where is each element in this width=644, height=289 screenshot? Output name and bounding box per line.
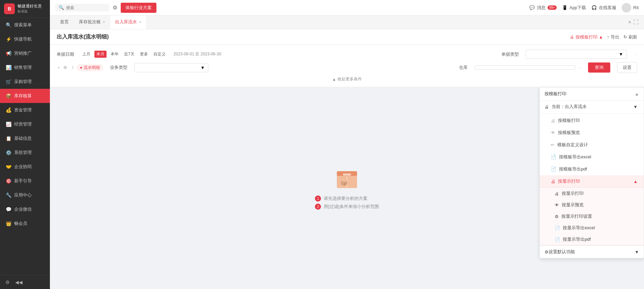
refresh-button[interactable]: ↻ 刷新	[623, 34, 637, 40]
filter-expand-btn[interactable]: 《	[70, 65, 74, 71]
date-tab-lastmonth[interactable]: 上月	[81, 51, 92, 58]
excel-icon-2: 📄	[555, 226, 560, 231]
add-filter-btn[interactable]: ＋	[57, 65, 61, 71]
user-profile[interactable]: Rit	[622, 3, 639, 12]
sidebar-item-label: 应用中心	[14, 192, 32, 198]
tab-flow[interactable]: 出入库流水 ×	[110, 16, 146, 29]
tab-batch[interactable]: 库存批次账 ×	[74, 16, 110, 29]
logo-icon: B	[4, 3, 15, 14]
type-filter-select[interactable]: ▼	[526, 50, 627, 59]
sidebar-item-marketing[interactable]: 📢 营销推广	[0, 46, 50, 60]
sidebar-item-search[interactable]: 🔍 搜索菜单	[0, 18, 50, 32]
sidebar-item-member[interactable]: 👑 畅会员	[0, 216, 50, 231]
marketing-icon: 📢	[5, 51, 11, 56]
search-input[interactable]	[66, 5, 107, 10]
current-print-icon: 🖨	[545, 104, 549, 109]
download-icon: 📱	[562, 5, 567, 10]
logo: B 畅捷通好生意 标准版	[0, 0, 50, 18]
customer-service-button[interactable]: 🎧 在线客服	[591, 5, 616, 11]
sidebar-item-label: 系统管理	[14, 150, 32, 156]
chevron-down-icon-footer: ▼	[635, 249, 639, 255]
sidebar-item-coop[interactable]: 🤝 企业协同	[0, 160, 50, 174]
messages-button[interactable]: 💬 消息 99+	[529, 5, 557, 11]
date-tab-thisyear[interactable]: 本年	[109, 51, 120, 58]
settings-footer-btn[interactable]: ⚙	[5, 280, 10, 285]
template-print-button[interactable]: 🖨 按模板打印 ▲	[570, 34, 603, 40]
empty-illustration: 📦	[333, 164, 360, 191]
close-all-tabs-button[interactable]: ×	[628, 19, 631, 25]
printer-icon: 🖨	[570, 34, 574, 40]
dropdown-template-custom[interactable]: ✏ 模板自定义设计	[540, 139, 644, 151]
sidebar-item-label: 销售管理	[14, 64, 32, 71]
sidebar-item-inventory[interactable]: 📦 库存核算	[0, 89, 50, 103]
date-tab-more[interactable]: 更多	[139, 51, 149, 58]
sidebar-item-label: 新手引导	[14, 178, 32, 184]
filter-settings-btn[interactable]: ⚙	[63, 65, 67, 70]
date-tab-7days[interactable]: 近7天	[123, 51, 136, 58]
sidebar-item-operations[interactable]: 📈 经营管理	[0, 117, 50, 131]
tab-flow-close[interactable]: ×	[139, 20, 141, 24]
date-tab-thismonth[interactable]: 本月	[94, 51, 107, 58]
message-icon: 💬	[529, 5, 535, 10]
sidebar-item-purchase[interactable]: 🛒 采购管理	[0, 75, 50, 89]
header-search-box[interactable]: 🔍	[55, 4, 109, 11]
sidebar-item-label: 搜索菜单	[14, 22, 32, 28]
chevron-up-icon: ▲	[599, 34, 603, 40]
warehouse-select[interactable]	[474, 65, 576, 70]
filter-tag-label: 流水明细	[84, 65, 100, 71]
dropdown-footer[interactable]: ⚙ 设置默认功能 ▼	[540, 245, 644, 258]
template-preview-item-label: 按模板预览	[558, 130, 580, 136]
dropdown-current[interactable]: 🖨 当前：出入库流水 ▼	[540, 101, 644, 113]
app-download-button[interactable]: 📱 App下载	[562, 5, 586, 11]
dropdown-display-preview[interactable]: 👁 按显示预览	[540, 199, 644, 211]
svg-rect-2	[343, 174, 351, 176]
tab-home[interactable]: 首页	[55, 16, 74, 29]
collapse-filter-btn[interactable]: ▲ 收起更多条件	[57, 76, 637, 82]
custom-icon: ✏	[551, 142, 555, 148]
dropdown-close-icon[interactable]: ▲	[635, 91, 639, 97]
preview-icon-2: 👁	[555, 203, 559, 208]
sidebar-item-basic[interactable]: 📋 基础信息	[0, 131, 50, 146]
page-content: 出入库流水(流水明细) 🖨 按模板打印 ▲ ↑ 导出 ↻ 刷新	[50, 29, 644, 289]
date-tab-custom[interactable]: 自定义	[152, 51, 167, 58]
date-range-display: 2023-06-01 至 2023-06-30	[174, 51, 221, 57]
type-filter-label: 单据类型	[501, 51, 519, 57]
sidebar-item-sales[interactable]: 📊 销售管理	[0, 60, 50, 75]
date-filter-label: 单据日期	[57, 51, 74, 57]
dropdown-display-section[interactable]: 🖨 按显示打印 ▲	[540, 175, 644, 187]
warehouse-label: 仓库	[459, 64, 468, 71]
dropdown-template-excel[interactable]: 📄 按模板导出excel	[540, 151, 644, 163]
maximize-tab-button[interactable]: ⛶	[633, 19, 639, 25]
sidebar-item-wechat[interactable]: 💬 企业微信	[0, 202, 50, 216]
tab-batch-label: 库存批次账	[79, 19, 101, 25]
dropdown-display-excel[interactable]: 📄 按显示导出excel	[540, 222, 644, 234]
settings-button[interactable]: 设置	[617, 62, 637, 73]
sidebar-item-system[interactable]: ⚙️ 系统管理	[0, 146, 50, 160]
sidebar-item-finance[interactable]: 💰 资金管理	[0, 103, 50, 117]
template-print-label: 按模板打印	[576, 34, 597, 40]
chevron-down-icon: ▼	[619, 52, 623, 57]
dropdown-display-print[interactable]: 🖨 按显示打印	[540, 188, 644, 199]
dropdown-display-settings[interactable]: ⚙ 按显示打印设置	[540, 211, 644, 222]
date-tabs: 上月 本月 本年 近7天 更多 自定义	[81, 51, 167, 58]
current-label: 当前：出入库流水	[552, 104, 587, 110]
biz-type-select[interactable]: ▼	[134, 63, 208, 72]
dropdown-template-print[interactable]: 🖨 按模板打印	[540, 114, 644, 127]
settings-icon-footer: ⚙	[545, 249, 549, 255]
collapse-sidebar-btn[interactable]: ◀◀	[15, 280, 23, 285]
dropdown-display-pdf[interactable]: 📄 按显示导出pdf	[540, 234, 644, 245]
dropdown-template-preview[interactable]: 👁 按模板预览	[540, 127, 644, 139]
query-button[interactable]: 查询	[588, 62, 610, 73]
sidebar-item-quicknav[interactable]: ⚡ 快捷导航	[0, 32, 50, 46]
tab-batch-close[interactable]: ×	[103, 20, 105, 24]
tab-flow-label: 出入库流水	[115, 19, 137, 25]
dropdown-template-pdf[interactable]: 📄 按模板导出pdf	[540, 163, 644, 175]
sidebar-item-label: 快捷导航	[14, 36, 32, 42]
page-actions: 🖨 按模板打印 ▲ ↑ 导出 ↻ 刷新	[570, 34, 637, 40]
industry-solution-button[interactable]: 体验行业方案	[121, 3, 156, 13]
dropdown-panel: 按模板打印 ▲ 🖨 当前：出入库流水 ▼ 🖨 按模板打印 👁 按模	[539, 87, 644, 258]
sidebar-item-appcenter[interactable]: 🔧 应用中心	[0, 188, 50, 202]
sidebar-item-guide[interactable]: 🎯 新手引导	[0, 174, 50, 188]
export-button[interactable]: ↑ 导出	[607, 34, 620, 40]
header-settings-icon[interactable]: ⚙	[113, 4, 117, 11]
